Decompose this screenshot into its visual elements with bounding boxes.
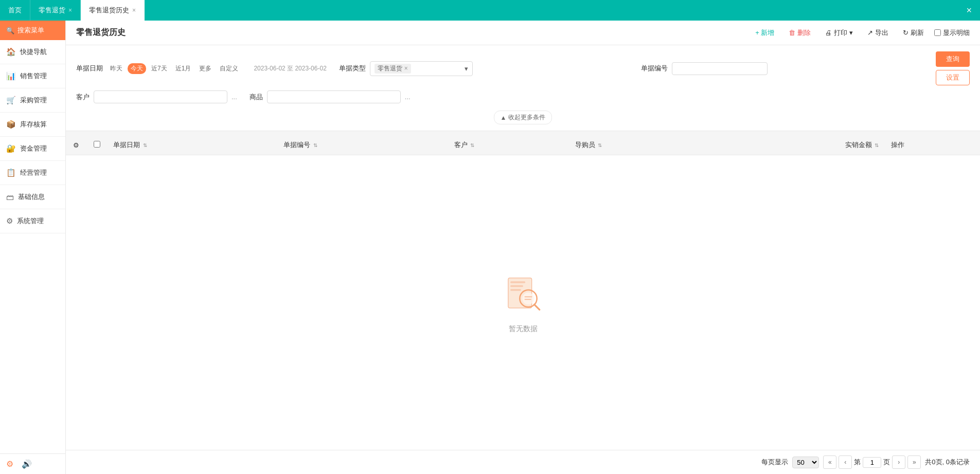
tab-list: 首页 零售退货 × 零售退货历史 × (0, 0, 958, 21)
col-number-sort-icon[interactable]: ⇅ (313, 142, 317, 148)
date-option-7days[interactable]: 近7天 (148, 63, 170, 74)
date-option-today[interactable]: 今天 (128, 63, 146, 74)
col-customer-label: 客户 (454, 141, 468, 149)
table-header: ⚙ 单据日期 ⇅ 单据编号 ⇅ (66, 135, 980, 155)
tab-retail-return-label: 零售退货 (39, 6, 65, 15)
col-settings: ⚙ (66, 135, 86, 155)
type-tag-remove[interactable]: × (404, 65, 408, 72)
filter-row-1: 单据日期 昨天 今天 近7天 近1月 更多 自定义 2023-06-02 至 2… (76, 51, 970, 85)
new-button[interactable]: + 新增 (751, 26, 778, 40)
filter-row-2: 客户 ... 商品 ... (76, 90, 970, 103)
filter-goods: 商品 ... (250, 90, 411, 103)
sidebar-item-basic-info[interactable]: 🗃 基础信息 (0, 185, 65, 209)
sidebar-item-sales-label: 销售管理 (20, 71, 47, 81)
sidebar-item-basic-info-label: 基础信息 (18, 192, 45, 202)
col-action: 操作 (885, 135, 980, 155)
sidebar-item-quicknav[interactable]: 🏠 快捷导航 (0, 40, 65, 64)
filter-settings-button[interactable]: 设置 (936, 70, 970, 85)
tab-retail-return[interactable]: 零售退货 × (30, 0, 81, 21)
sidebar-item-system[interactable]: ⚙ 系统管理 (0, 209, 65, 233)
date-range-text: 2023-06-02 至 2023-06-02 (254, 64, 326, 73)
total-info: 共0页, 0条记录 (925, 458, 970, 467)
tab-retail-return-history-close[interactable]: × (132, 7, 136, 14)
sidebar-item-quicknav-label: 快捷导航 (20, 47, 47, 57)
next-page-button[interactable]: › (892, 455, 905, 469)
collapse-row: ▲ 收起更多条件 (76, 108, 970, 124)
goods-filter-label: 商品 (250, 93, 263, 102)
prev-page-button[interactable]: ‹ (839, 455, 852, 469)
window-close-button[interactable]: × (958, 5, 980, 16)
tab-home-label: 首页 (8, 6, 22, 15)
last-page-button[interactable]: » (907, 455, 921, 469)
date-option-1month[interactable]: 近1月 (172, 63, 194, 74)
sidebar-item-system-label: 系统管理 (17, 216, 44, 226)
collapse-label: 收起更多条件 (508, 113, 545, 122)
type-tag: 零售退货 × (375, 64, 411, 74)
date-option-custom[interactable]: 自定义 (217, 63, 241, 74)
content-area: 零售退货历史 + 新增 🗑 删除 🖨 打印 ▾ ↗ 导出 ↻ 刷新 (66, 21, 980, 474)
show-detail-checkbox-label[interactable]: 显示明细 (934, 28, 970, 38)
customer-filter-label: 客户 (76, 93, 90, 102)
sidebar-item-purchase[interactable]: 🛒 采购管理 (0, 88, 65, 113)
show-detail-checkbox[interactable] (934, 29, 941, 36)
type-tag-value: 零售退货 (378, 64, 402, 73)
col-number-label: 单据编号 (283, 141, 310, 149)
delete-button[interactable]: 🗑 删除 (785, 26, 815, 40)
page-number-input[interactable] (863, 457, 881, 468)
sidebar-item-sales[interactable]: 📊 销售管理 (0, 64, 65, 88)
col-date: 单据日期 ⇅ (107, 135, 277, 155)
col-customer-sort-icon[interactable]: ⇅ (470, 142, 474, 148)
refresh-button[interactable]: ↻ 刷新 (899, 26, 928, 40)
show-detail-label: 显示明细 (943, 28, 970, 38)
sidebar-item-inventory[interactable]: 📦 库存核算 (0, 113, 65, 137)
sidebar-item-inventory-label: 库存核算 (20, 120, 47, 129)
col-date-sort-icon[interactable]: ⇅ (143, 142, 147, 148)
inventory-icon: 📦 (6, 120, 16, 129)
select-all-checkbox[interactable] (94, 141, 100, 148)
table-settings-icon[interactable]: ⚙ (73, 141, 79, 149)
page-title: 零售退货历史 (76, 27, 126, 38)
collapse-button[interactable]: ▲ 收起更多条件 (494, 111, 553, 124)
print-icon: 🖨 (825, 29, 832, 37)
refresh-label: 刷新 (911, 28, 924, 38)
sidebar-search[interactable]: 🔍 搜索菜单 (0, 21, 65, 40)
speaker-icon[interactable]: 🔊 (22, 459, 32, 469)
system-icon: ⚙ (6, 216, 13, 226)
sidebar-item-finance[interactable]: 🔐 资金管理 (0, 137, 65, 161)
settings-icon[interactable]: ⚙ (6, 459, 13, 469)
customer-input[interactable] (94, 90, 227, 103)
goods-input[interactable] (267, 90, 401, 103)
date-option-more[interactable]: 更多 (196, 63, 215, 74)
main-layout: 🔍 搜索菜单 🏠 快捷导航 📊 销售管理 🛒 采购管理 📦 库存核算 🔐 资金管… (0, 21, 980, 474)
print-dropdown-icon: ▾ (849, 29, 853, 37)
export-label: 导出 (875, 28, 888, 38)
sidebar-item-finance-label: 资金管理 (20, 144, 47, 153)
action-buttons: 查询 设置 (936, 51, 970, 85)
tab-retail-return-close[interactable]: × (68, 7, 72, 14)
sidebar-search-label: 搜索菜单 (17, 26, 44, 35)
col-action-label: 操作 (891, 141, 904, 149)
query-button[interactable]: 查询 (936, 51, 970, 67)
print-button[interactable]: 🖨 打印 ▾ (821, 26, 857, 40)
number-input[interactable] (672, 62, 768, 75)
empty-state: 暂无数据 (66, 155, 980, 450)
date-option-yesterday[interactable]: 昨天 (107, 63, 126, 74)
first-page-button[interactable]: « (823, 455, 836, 469)
tab-home[interactable]: 首页 (0, 0, 30, 21)
tab-retail-return-history[interactable]: 零售退货历史 × (81, 0, 145, 21)
page-unit: 页 (883, 458, 890, 467)
sidebar-item-operations-label: 经营管理 (20, 168, 47, 177)
finance-icon: 🔐 (6, 144, 16, 153)
sidebar-item-operations[interactable]: 📋 经营管理 (0, 161, 65, 185)
col-guide-sort-icon[interactable]: ⇅ (598, 142, 602, 148)
col-amount-sort-icon[interactable]: ⇅ (875, 142, 879, 148)
type-select-dropdown-icon: ▾ (465, 65, 468, 72)
page-label: 第 (854, 458, 861, 467)
export-button[interactable]: ↗ 导出 (863, 26, 893, 40)
refresh-icon: ↻ (903, 29, 908, 37)
sidebar: 🔍 搜索菜单 🏠 快捷导航 📊 销售管理 🛒 采购管理 📦 库存核算 🔐 资金管… (0, 21, 66, 474)
type-select[interactable]: 零售退货 × ▾ (370, 61, 473, 76)
col-number: 单据编号 ⇅ (277, 135, 448, 155)
filter-customer: 客户 ... (76, 90, 237, 103)
per-page-select[interactable]: 50 10 20 100 (792, 457, 819, 468)
